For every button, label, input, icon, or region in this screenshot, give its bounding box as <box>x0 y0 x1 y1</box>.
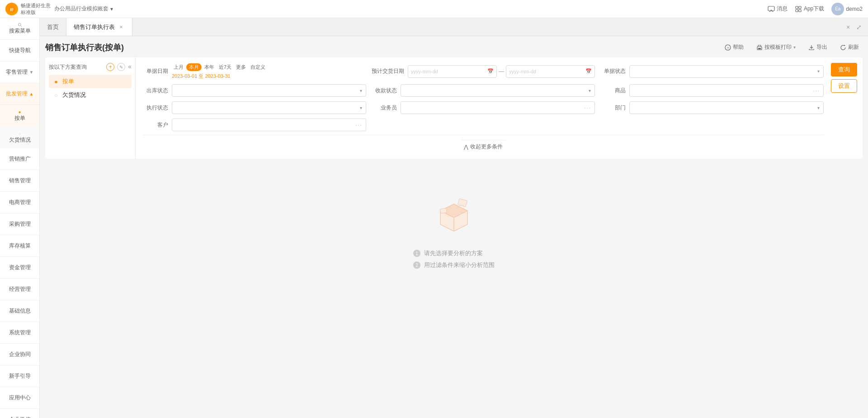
user-profile-btn[interactable]: Ea demo2 <box>831 3 863 15</box>
message-btn[interactable]: 消息 <box>768 5 788 13</box>
top-header: 好 畅捷通好生意 标准版 办公用品行业模拟账套 ▾ 消息 App下载 Ea de… <box>0 0 868 18</box>
svg-text:?: ? <box>727 46 729 50</box>
edit-scheme-btn[interactable]: ✎ <box>117 63 125 71</box>
filter-right: 单据日期 上月 本月 本年 近7天 更多 自定义 <box>136 57 831 159</box>
help-btn[interactable]: ? 帮助 <box>721 42 747 53</box>
date-btn-more[interactable]: 更多 <box>234 63 248 71</box>
logo-area: 好 畅捷通好生意 标准版 <box>5 2 51 15</box>
tab-close-btn[interactable]: × <box>118 24 125 31</box>
sidebar-item-inventory[interactable]: 库存核算 <box>0 235 39 257</box>
window-controls: × ⤢ <box>844 24 868 31</box>
sidebar-sub-shortage[interactable]: ○ 欠货情况 <box>0 127 39 148</box>
empty-icon <box>431 195 476 240</box>
date-btn-this-month[interactable]: 本月 <box>186 63 202 71</box>
collapse-left-btn[interactable]: « <box>128 63 132 71</box>
svg-rect-16 <box>458 199 467 207</box>
app-download-btn[interactable]: App下载 <box>795 5 824 13</box>
search-btn[interactable]: 查询 <box>831 63 857 76</box>
sidebar-item-purchase[interactable]: 采购管理 <box>0 214 39 235</box>
page-title: 销售订单执行表(按单) <box>45 42 124 53</box>
filter-field-goods: 商品 ··· <box>600 84 824 97</box>
header-right: 消息 App下载 Ea demo2 <box>768 3 863 15</box>
refresh-icon <box>840 44 846 51</box>
sidebar-item-operations[interactable]: 经营管理 <box>0 279 39 300</box>
main-layout: 搜索菜单 快捷导航 零售管理 ▼ 批发管理 ▲ ● 按单 ○ 欠货情况 营销推广 <box>0 18 868 418</box>
page-content: 销售订单执行表(按单) ? 帮助 按模板打印 ▾ 导出 <box>40 36 868 418</box>
delivery-status-select[interactable]: ▾ <box>172 84 366 97</box>
date-btn-this-year[interactable]: 本年 <box>203 63 216 71</box>
sidebar-search[interactable]: 搜索菜单 <box>0 18 39 40</box>
sidebar-item-wholesale[interactable]: 批发管理 ▲ <box>0 83 39 105</box>
filter-left-nav: 按以下方案查询 + ✎ « ● 按单 ○ 欠货情况 <box>45 57 136 159</box>
message-icon <box>768 5 775 13</box>
salesperson-input[interactable]: ··· <box>401 101 595 114</box>
filter-row-3: 执行状态 ▾ 业务员 ··· <box>143 101 824 114</box>
collection-status-select[interactable]: ▾ <box>401 84 595 97</box>
customer-input[interactable]: ··· <box>172 119 366 131</box>
sidebar-item-finance[interactable]: 资金管理 <box>0 257 39 279</box>
filter-panel: 按以下方案查询 + ✎ « ● 按单 ○ 欠货情况 <box>45 57 863 159</box>
company-select[interactable]: 办公用品行业模拟账套 ▾ <box>54 5 113 13</box>
sidebar-item-ecommerce[interactable]: 电商管理 <box>0 192 39 214</box>
svg-rect-3 <box>796 6 798 9</box>
filter-field-customer: 客户 ··· <box>143 119 366 131</box>
doc-status-select[interactable]: ▾ <box>629 65 824 78</box>
header-left: 好 畅捷通好生意 标准版 办公用品行业模拟账套 ▾ <box>5 2 113 15</box>
window-maximize-btn[interactable]: ⤢ <box>855 24 863 31</box>
exec-status-select[interactable]: ▾ <box>172 101 366 114</box>
page-title-bar: 销售订单执行表(按单) ? 帮助 按模板打印 ▾ 导出 <box>45 42 863 53</box>
filter-row-4: 客户 ··· <box>143 119 824 131</box>
date-quick-btns: 上月 本月 本年 近7天 更多 自定义 <box>172 63 366 71</box>
filter-row-1: 单据日期 上月 本月 本年 近7天 更多 自定义 <box>143 63 824 80</box>
sidebar-item-collab[interactable]: 企业协同 <box>0 344 39 366</box>
sidebar-item-basic[interactable]: 基础信息 <box>0 300 39 322</box>
print-btn[interactable]: 按模板打印 ▾ <box>753 42 799 53</box>
sidebar-item-marketing[interactable]: 营销推广 <box>0 148 39 170</box>
filter-nav-by-order[interactable]: ● 按单 <box>49 75 132 88</box>
filter-field-exec-status: 执行状态 ▾ <box>143 101 366 114</box>
logo-icon: 好 <box>5 3 18 15</box>
export-btn[interactable]: 导出 <box>805 42 831 53</box>
svg-rect-5 <box>796 10 798 12</box>
sidebar-item-retail[interactable]: 零售管理 ▼ <box>0 62 39 83</box>
tab-sales-order-exec[interactable]: 销售订单执行表 × <box>66 18 132 36</box>
svg-line-8 <box>20 25 22 27</box>
window-close-btn[interactable]: × <box>844 24 852 31</box>
sidebar-item-system[interactable]: 系统管理 <box>0 322 39 344</box>
date-range-display: 2023-03-01 至 2023-03-31 <box>172 73 366 80</box>
svg-rect-4 <box>799 6 801 9</box>
sidebar-sub-by-order[interactable]: ● 按单 <box>0 105 39 127</box>
add-scheme-btn[interactable]: + <box>106 63 114 71</box>
department-select[interactable]: ▾ <box>629 101 824 114</box>
svg-rect-12 <box>758 48 761 49</box>
filter-nav-shortage[interactable]: ○ 欠货情况 <box>49 88 132 102</box>
settings-btn[interactable]: 设置 <box>831 79 857 93</box>
collapse-more-btn[interactable]: ⋀ 收起更多条件 <box>461 140 505 153</box>
help-icon: ? <box>725 44 731 51</box>
sidebar: 搜索菜单 快捷导航 零售管理 ▼ 批发管理 ▲ ● 按单 ○ 欠货情况 营销推广 <box>0 18 40 418</box>
expected-date-from[interactable]: yyyy-mm-dd 📅 <box>408 65 497 78</box>
filter-left-icons: + ✎ « <box>106 63 132 71</box>
sidebar-item-guide[interactable]: 新手引导 <box>0 366 39 387</box>
filter-action-btns: 查询 设置 <box>831 57 863 159</box>
expected-date-range: yyyy-mm-dd 📅 — yyyy-mm-dd 📅 <box>408 65 595 78</box>
filter-field-delivery-status: 出库状态 ▾ <box>143 84 366 97</box>
svg-rect-17 <box>440 208 447 214</box>
svg-text:好: 好 <box>9 8 14 12</box>
sidebar-item-wxwork[interactable]: 企业微信 <box>0 409 39 418</box>
sidebar-item-apps[interactable]: 应用中心 <box>0 387 39 409</box>
empty-state: 1 请先选择要分析的方案 2 用过滤条件来缩小分析范围 <box>45 159 863 305</box>
date-btn-custom[interactable]: 自定义 <box>249 63 267 71</box>
goods-input[interactable]: ··· <box>629 84 824 97</box>
sidebar-item-sales[interactable]: 销售管理 <box>0 170 39 192</box>
refresh-btn[interactable]: 刷新 <box>836 42 863 53</box>
date-btn-last-month[interactable]: 上月 <box>172 63 185 71</box>
empty-tips: 1 请先选择要分析的方案 2 用过滤条件来缩小分析范围 <box>413 249 495 269</box>
filter-field-doc-status: 单据状态 ▾ <box>600 65 824 78</box>
tab-home[interactable]: 首页 <box>40 18 66 36</box>
sidebar-quick-nav[interactable]: 快捷导航 <box>0 40 39 62</box>
app-download-icon <box>795 5 802 13</box>
date-btn-7days[interactable]: 近7天 <box>217 63 233 71</box>
export-icon <box>808 44 815 51</box>
expected-date-to[interactable]: yyyy-mm-dd 📅 <box>506 65 595 78</box>
